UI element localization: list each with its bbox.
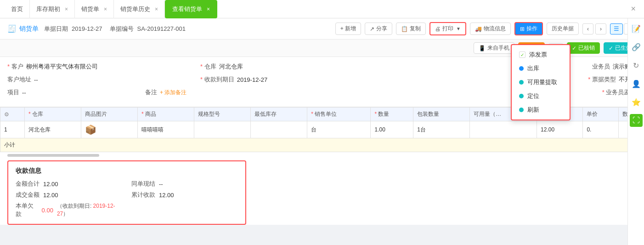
transaction-amount-item: 成交金额 12.00	[16, 191, 122, 199]
dropdown-available-qty[interactable]: 可用量提取	[512, 75, 570, 89]
warehouse-value: 河北仓库	[219, 63, 243, 71]
doc-type-title: 🧾 销货单	[7, 24, 39, 33]
operate-dropdown: ✓ 添发票 出库 可用量提取 定位 刷新	[511, 44, 571, 120]
address-label: 客户地址	[7, 75, 31, 84]
dot-teal-icon-3	[519, 108, 524, 112]
payment-date-value: 2019-12-27	[237, 76, 268, 83]
dropdown-out-stock[interactable]: 出库	[512, 62, 570, 75]
subtotal-label: 小计	[0, 138, 644, 152]
total-amount-item: 金额合计 12.00	[16, 180, 122, 188]
customer-field: 客户 柳州粤港平安气体有限公司	[7, 63, 191, 71]
tab-close-history[interactable]: ×	[155, 6, 158, 12]
row-available	[470, 121, 537, 138]
row-min-stock	[251, 121, 307, 138]
staff-label: 业务员	[592, 63, 610, 71]
header-actions: + 新增 ↗ 分享 📋 复制 🖨 打印 ▼ 🚚 物流信息	[335, 22, 637, 35]
subtotal-row: 小计	[0, 138, 644, 152]
payment-date-field: 收款到期日 2019-12-27	[200, 75, 384, 84]
col-min-stock: 最低库存	[251, 108, 307, 121]
sidebar-refresh-icon[interactable]: ↻	[630, 59, 643, 72]
col-warehouse: * 仓库	[25, 108, 81, 121]
tab-close-inventory[interactable]: ×	[65, 6, 68, 12]
sidebar-expand-icon[interactable]: ⛶	[630, 114, 643, 127]
view-list[interactable]: ☰	[610, 23, 623, 34]
logistics-button[interactable]: 🚚 物流信息	[470, 23, 511, 35]
dropdown-add-invoice[interactable]: ✓ 添发票	[512, 48, 570, 62]
sidebar-person-icon[interactable]: 👤	[630, 77, 643, 90]
col-quantity: * 数量	[371, 108, 413, 121]
new-button[interactable]: + 新增	[335, 23, 361, 35]
note-label: 备注	[145, 88, 157, 97]
payment-title: 收款信息	[16, 167, 238, 175]
print-button[interactable]: 🖨 打印 ▼	[429, 22, 466, 35]
project-label: 项目	[7, 88, 19, 97]
nav-prev[interactable]: ‹	[582, 23, 593, 34]
dropdown-locate[interactable]: 定位	[512, 89, 570, 103]
col-product: * 商品	[138, 108, 194, 121]
col-spec: 规格型号	[194, 108, 251, 121]
add-note-button[interactable]: + 添加备注	[160, 89, 186, 97]
row-warehouse: 河北仓库	[25, 121, 81, 138]
dot-teal-icon-1	[519, 80, 524, 85]
cancelled-button[interactable]: ✓ 已核销	[567, 42, 600, 54]
doc-date-label: 单据日期 2019-12-27	[44, 25, 102, 33]
address-value: --	[34, 76, 38, 83]
sidebar-star-icon[interactable]: ⭐	[630, 96, 643, 108]
checkbox-icon: ✓	[519, 51, 525, 58]
payment-section: 收款信息 金额合计 12.00 同单现结 -- 成交金额 12.00 累计收款 …	[7, 160, 246, 225]
tab-sales-history[interactable]: 销货单历史 ×	[114, 0, 165, 18]
table-row: 1 河北仓库 📦 嘻嘻嘻嘻 台 1.00 1台 12.00 0.	[0, 121, 644, 138]
row-pack-qty: 1台	[413, 121, 470, 138]
doc-type-icon: 🧾	[7, 24, 17, 33]
tab-view-sales[interactable]: 查看销货单 ×	[165, 0, 217, 18]
tab-bar: 首页 库存期初 × 销货单 × 销货单历史 × 查看销货单 × ×	[0, 0, 644, 18]
doc-meta: 单据日期 2019-12-27 单据编号 SA-20191227-001	[44, 25, 186, 33]
col-settings[interactable]: ⚙	[0, 108, 25, 121]
from-phone-button[interactable]: 📱 来自手机	[474, 42, 514, 54]
dropdown-refresh[interactable]: 刷新	[512, 103, 570, 117]
tab-close-view[interactable]: ×	[207, 6, 210, 12]
project-field: 项目 --	[7, 88, 136, 97]
dot-blue-icon	[519, 66, 524, 71]
tab-home[interactable]: 首页	[5, 0, 30, 18]
operate-button[interactable]: ⊞ 操作	[514, 22, 543, 35]
customer-label: 客户	[7, 63, 23, 71]
warehouse-field: 仓库 河北仓库	[200, 63, 384, 71]
tab-inventory-init[interactable]: 库存期初 ×	[30, 0, 75, 18]
col-image: 商品图片	[81, 108, 138, 121]
row-num: 1	[0, 121, 25, 138]
note-field: 备注 + 添加备注	[145, 88, 274, 97]
tab-sales-order[interactable]: 销货单 ×	[75, 0, 114, 18]
col-sales-unit: * 销售单位	[307, 108, 371, 121]
project-value: --	[22, 89, 26, 96]
row-spec	[194, 121, 251, 138]
col-unit-price: 单价	[583, 108, 619, 121]
ticket-type-label: 票据类型	[588, 75, 616, 84]
cumulative-item: 累计收款 12.00	[131, 191, 238, 199]
customer-value: 柳州粤港平安气体有限公司	[26, 63, 98, 71]
same-settlement-item: 同单现结 --	[131, 180, 238, 188]
row-sales-unit: 台	[307, 121, 371, 138]
sidebar-edit-icon[interactable]: 📝	[630, 22, 643, 35]
address-field: 客户地址 --	[7, 75, 191, 84]
row-quantity: 1.00	[371, 121, 413, 138]
row-product: 嘻嘻嘻嘻	[138, 121, 194, 138]
nav-next[interactable]: ›	[595, 23, 606, 34]
dot-teal-icon-2	[519, 94, 524, 98]
col-pack-qty: 包装数量	[413, 108, 470, 121]
tab-close-sales[interactable]: ×	[104, 6, 107, 12]
copy-button[interactable]: 📋 复制	[396, 23, 426, 35]
current-owed-item: 本单欠款 0.00 （收款到期日: 2019-12-27）	[16, 202, 122, 218]
doc-number-label: 单据编号 SA-20191227-001	[110, 25, 186, 33]
payment-date-label: 收款到期日	[200, 75, 234, 84]
table-scrollbar[interactable]	[7, 154, 637, 157]
row-current-stock: 12.00	[537, 121, 583, 138]
share-button[interactable]: ↗ 分享	[365, 23, 392, 35]
row-unit-price: 0.	[583, 121, 619, 138]
nav-arrows: ‹ ›	[582, 23, 606, 34]
sidebar-link-icon[interactable]: 🔗	[630, 40, 643, 53]
header-bar: 🧾 销货单 单据日期 2019-12-27 单据编号 SA-20191227-0…	[0, 18, 644, 40]
history-button[interactable]: 历史单据	[547, 23, 579, 35]
warehouse-label: 仓库	[200, 63, 216, 71]
window-close-button[interactable]: ×	[627, 4, 639, 14]
